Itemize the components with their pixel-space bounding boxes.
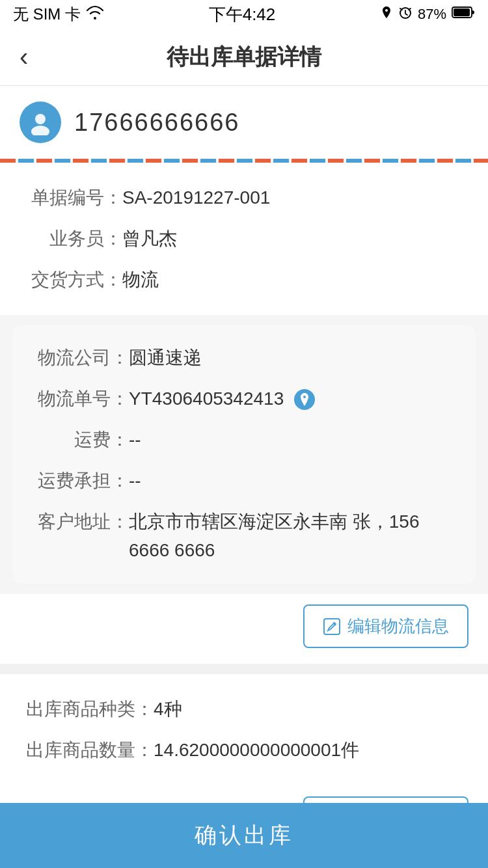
goods-type-row: 出库商品种类： 4种 xyxy=(26,695,462,724)
page-title: 待出库单据详情 xyxy=(167,42,321,72)
tracking-label: 物流单号： xyxy=(33,385,129,414)
logistics-company-row: 物流公司： 圆通速递 xyxy=(33,344,455,373)
tracking-row: 物流单号： YT4306405342413 xyxy=(33,385,455,414)
nav-bar: ‹ 待出库单据详情 xyxy=(0,29,488,86)
delivery-value: 物流 xyxy=(122,265,462,295)
freight-value: -- xyxy=(129,426,455,455)
edit-logistics-button[interactable]: 编辑物流信息 xyxy=(303,604,468,648)
tracking-value-row: YT4306405342413 xyxy=(129,385,318,414)
doc-number-label: 单据编号： xyxy=(26,183,122,213)
confirm-btn-area: 确认出库 xyxy=(0,803,488,868)
svg-rect-6 xyxy=(324,619,340,634)
tracking-location-icon[interactable] xyxy=(291,387,318,413)
tracking-number: YT4306405342413 xyxy=(129,385,284,414)
svg-point-3 xyxy=(35,114,46,124)
battery-icon xyxy=(452,6,475,23)
status-right: 87% xyxy=(380,5,475,23)
logistics-company-label: 物流公司： xyxy=(33,344,129,373)
edit-logistics-label: 编辑物流信息 xyxy=(347,615,449,638)
svg-rect-2 xyxy=(454,8,470,16)
user-header: 17666666666 xyxy=(0,86,488,159)
goods-quantity-row: 出库商品数量： 14.6200000000000001件 xyxy=(26,736,462,765)
address-row: 客户地址： 北京市市辖区海淀区永丰南 张，156 6666 6666 xyxy=(33,508,455,566)
logistics-box: 物流公司： 圆通速递 物流单号： YT4306405342413 运费： -- … xyxy=(13,325,475,584)
goods-quantity-value: 14.6200000000000001件 xyxy=(154,736,462,765)
status-time: 下午4:42 xyxy=(209,3,276,26)
doc-number-value: SA-20191227-001 xyxy=(122,183,462,213)
svg-point-4 xyxy=(31,126,49,135)
back-button[interactable]: ‹ xyxy=(20,42,28,72)
freight-bear-label: 运费承担： xyxy=(33,467,129,496)
location-icon xyxy=(380,5,393,23)
doc-number-row: 单据编号： SA-20191227-001 xyxy=(26,183,462,213)
address-value: 北京市市辖区海淀区永丰南 张，156 6666 6666 xyxy=(129,508,455,566)
salesman-label: 业务员： xyxy=(26,224,122,254)
logistics-company-value: 圆通速递 xyxy=(129,344,455,373)
edit-btn-row: 编辑物流信息 xyxy=(0,594,488,664)
freight-label: 运费： xyxy=(33,426,129,455)
delivery-label: 交货方式： xyxy=(26,265,122,295)
confirm-outbound-button[interactable]: 确认出库 xyxy=(0,803,488,868)
section-divider xyxy=(0,664,488,674)
wifi-icon xyxy=(86,5,104,23)
document-info-section: 单据编号： SA-20191227-001 业务员： 曾凡杰 交货方式： 物流 xyxy=(0,163,488,315)
battery-label: 87% xyxy=(418,6,446,23)
status-left: 无 SIM 卡 xyxy=(13,4,104,25)
avatar xyxy=(20,102,61,143)
status-bar: 无 SIM 卡 下午4:42 xyxy=(0,0,488,29)
goods-section: 出库商品种类： 4种 出库商品数量： 14.6200000000000001件 xyxy=(0,674,488,786)
address-label: 客户地址： xyxy=(33,508,129,537)
delivery-row: 交货方式： 物流 xyxy=(26,265,462,295)
goods-type-label: 出库商品种类： xyxy=(26,695,154,724)
salesman-row: 业务员： 曾凡杰 xyxy=(26,224,462,254)
goods-type-value: 4种 xyxy=(154,695,462,724)
user-phone: 17666666666 xyxy=(74,109,239,137)
alarm-icon xyxy=(398,5,413,23)
salesman-value: 曾凡杰 xyxy=(122,224,462,254)
freight-bear-row: 运费承担： -- xyxy=(33,467,455,496)
freight-bear-value: -- xyxy=(129,467,455,496)
freight-row: 运费： -- xyxy=(33,426,455,455)
carrier-label: 无 SIM 卡 xyxy=(13,4,81,25)
goods-quantity-label: 出库商品数量： xyxy=(26,736,154,765)
